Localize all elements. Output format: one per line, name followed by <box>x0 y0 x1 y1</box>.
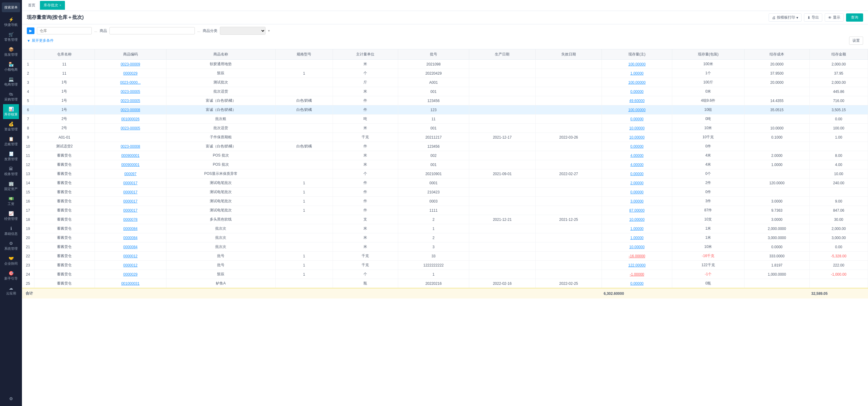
cell-7-9[interactable]: 10.00000 <box>602 124 672 133</box>
sidebar-item-库存核算[interactable]: 📊库存核算 <box>3 104 19 119</box>
sidebar-item-税务管理[interactable]: 🏛税务管理 <box>3 164 19 179</box>
category-select[interactable] <box>220 27 266 35</box>
cell-10-9[interactable]: 4.00000 <box>602 151 672 160</box>
cell-14-2[interactable]: 0000017 <box>94 188 166 197</box>
cell-9-9[interactable]: 0.00000 <box>602 142 672 151</box>
sidebar-item-小额电商[interactable]: 🏪小额电商 <box>3 59 19 74</box>
cell-14-9[interactable]: 0.00000 <box>602 188 672 197</box>
sidebar-item-系统管理[interactable]: ⚙系统管理 <box>3 238 19 253</box>
sidebar-item-零售管理[interactable]: 🛒零售管理 <box>3 30 19 44</box>
cell-22-9[interactable]: 122.00000 <box>602 261 672 270</box>
expand-icon: ▼ <box>27 39 30 43</box>
sidebar-label-15: 系统管理 <box>4 246 18 251</box>
export-button[interactable]: ⬇ 导出 <box>804 13 822 22</box>
cell-12-9[interactable]: 0.00000 <box>602 169 672 178</box>
cell-9-2[interactable]: 0023-00008 <box>94 142 166 151</box>
sidebar-item-gear[interactable]: ⚙ <box>8 394 14 404</box>
cell-21-7 <box>469 251 536 261</box>
sidebar-item-云应用[interactable]: ☁云应用 <box>3 283 19 298</box>
sidebar-item-新手引导[interactable]: 🎯新手引导 <box>3 268 19 283</box>
cell-23-11: 1,000.0000 <box>744 270 809 279</box>
cell-2-9[interactable]: 100.00000 <box>602 78 672 87</box>
cell-21-9[interactable]: -16.00000 <box>602 251 672 261</box>
expand-conditions[interactable]: ▼ 展开更多条件 <box>27 38 54 43</box>
cell-16-2[interactable]: 0000017 <box>94 206 166 215</box>
cell-5-9[interactable]: 100.00000 <box>602 105 672 114</box>
cell-6-9[interactable]: 0.00000 <box>602 114 672 124</box>
cell-22-2[interactable]: 0000012 <box>94 261 166 270</box>
cell-17-2[interactable]: 0000078 <box>94 215 166 224</box>
cell-24-9[interactable]: 0.00000 <box>602 279 672 289</box>
cell-4-2[interactable]: 0023-00005 <box>94 96 166 105</box>
cell-20-9[interactable]: 10.00000 <box>602 242 672 251</box>
cell-13-2[interactable]: 0000017 <box>94 178 166 188</box>
cell-23-9[interactable]: -1.00000 <box>602 270 672 279</box>
cell-7-2[interactable]: 0023-00005 <box>94 124 166 133</box>
cell-23-2[interactable]: 0000029 <box>94 270 166 279</box>
cell-0-6: 2021098 <box>398 60 469 69</box>
cell-4-12: 716.00 <box>809 96 868 105</box>
sidebar-item-批发管理[interactable]: 📦批发管理 <box>3 44 19 59</box>
cell-1-9[interactable]: 1.00000 <box>602 69 672 78</box>
cell-6-6: 11 <box>398 114 469 124</box>
cell-2-2[interactable]: 0023-0000... <box>94 78 166 87</box>
sidebar-label-5: 采购管理 <box>4 97 18 102</box>
page-title: 现存量查询(按仓库＋批次) <box>27 14 84 21</box>
cell-3-2[interactable]: 0023-00005 <box>94 87 166 96</box>
cell-4-9[interactable]: 49.60000 <box>602 96 672 105</box>
cell-0-2[interactable]: 0023-00009 <box>94 60 166 69</box>
cell-19-9[interactable]: 1.00000 <box>602 233 672 242</box>
cell-22-1: 蓄酱货仓 <box>34 261 94 270</box>
settings-button[interactable]: 设置 <box>849 37 863 45</box>
cell-19-2[interactable]: 0000084 <box>94 233 166 242</box>
cell-24-2[interactable]: 001000031 <box>94 279 166 289</box>
cell-18-9[interactable]: 1.00000 <box>602 224 672 233</box>
cell-6-2[interactable]: 001000026 <box>94 114 166 124</box>
sidebar-item-电商管理[interactable]: 💻电商管理 <box>3 74 19 89</box>
sidebar-item-企业协同[interactable]: 🤝企业协同 <box>3 253 19 268</box>
cell-3-9[interactable]: 0.00000 <box>602 87 672 96</box>
sidebar-item-基础信息[interactable]: ℹ基础信息 <box>3 224 19 238</box>
cell-8-2[interactable] <box>94 133 166 142</box>
table-row: 13蓄酱货仓000097POS显示米保质异常个202109012021-09-0… <box>22 169 868 178</box>
cell-17-9[interactable]: 10.00000 <box>602 215 672 224</box>
sidebar-item-采购管理[interactable]: 🛍采购管理 <box>3 89 19 104</box>
cell-8-9[interactable]: 10.00000 <box>602 133 672 142</box>
product-input[interactable] <box>110 27 195 34</box>
cell-11-2[interactable]: 000900001 <box>94 160 166 169</box>
filter-expand-button[interactable]: ▶ <box>27 27 34 34</box>
cell-13-9[interactable]: 2.00000 <box>602 178 672 188</box>
sidebar-item-发票管理[interactable]: 🧾发票管理 <box>3 149 19 164</box>
cell-14-4: 1 <box>275 188 333 197</box>
cell-12-2[interactable]: 000097 <box>94 169 166 178</box>
sidebar-item-资金管理[interactable]: 💰资金管理 <box>3 119 19 134</box>
cell-15-9[interactable]: 3.00000 <box>602 197 672 206</box>
sidebar-item-固定资产[interactable]: 🏢固定资产 <box>3 179 19 194</box>
print-button[interactable]: 🖨 按模板打印 ▾ <box>769 13 802 22</box>
cell-15-2[interactable]: 0000017 <box>94 197 166 206</box>
query-button[interactable]: 查询 <box>846 13 863 22</box>
display-button[interactable]: 👁 显示 <box>825 13 844 22</box>
warehouse-input[interactable] <box>37 27 92 34</box>
cell-20-2[interactable]: 0000084 <box>94 242 166 251</box>
sidebar-item-工资[interactable]: 💵工资 <box>3 194 19 209</box>
cell-21-2[interactable]: 0000012 <box>94 251 166 261</box>
cell-10-11: 2.0000 <box>744 151 809 160</box>
cell-5-2[interactable]: 0023-00008 <box>94 105 166 114</box>
sidebar-item-快捷导航[interactable]: ⚡快捷导航 <box>3 14 19 30</box>
sidebar-logo[interactable]: 搜索菜单 <box>2 2 20 12</box>
table-container[interactable]: 仓库名称商品编码商品名称规格型号主计量单位批号生产日期失效日期现存量(主)现存量… <box>22 49 868 406</box>
table-row: 61号0023-00008富诚（白色/奶橘）白色/奶橘件123100.00000… <box>22 105 868 114</box>
cell-11-9[interactable]: 4.00000 <box>602 160 672 169</box>
sidebar-item-经营管理[interactable]: 📈经营管理 <box>3 209 19 224</box>
cell-1-2[interactable]: 0000029 <box>94 69 166 78</box>
tab-close-icon[interactable]: × <box>59 4 61 7</box>
sidebar-item-总账管理[interactable]: 📋总账管理 <box>3 134 19 149</box>
tab-active[interactable]: 库存批次 × <box>40 1 65 10</box>
cell-16-9[interactable]: 87.00000 <box>602 206 672 215</box>
cell-10-2[interactable]: 000900001 <box>94 151 166 160</box>
cell-23-4: 1 <box>275 270 333 279</box>
cell-0-9[interactable]: 100.00000 <box>602 60 672 69</box>
cell-18-2[interactable]: 0000084 <box>94 224 166 233</box>
tab-home[interactable]: 首页 <box>24 1 39 10</box>
